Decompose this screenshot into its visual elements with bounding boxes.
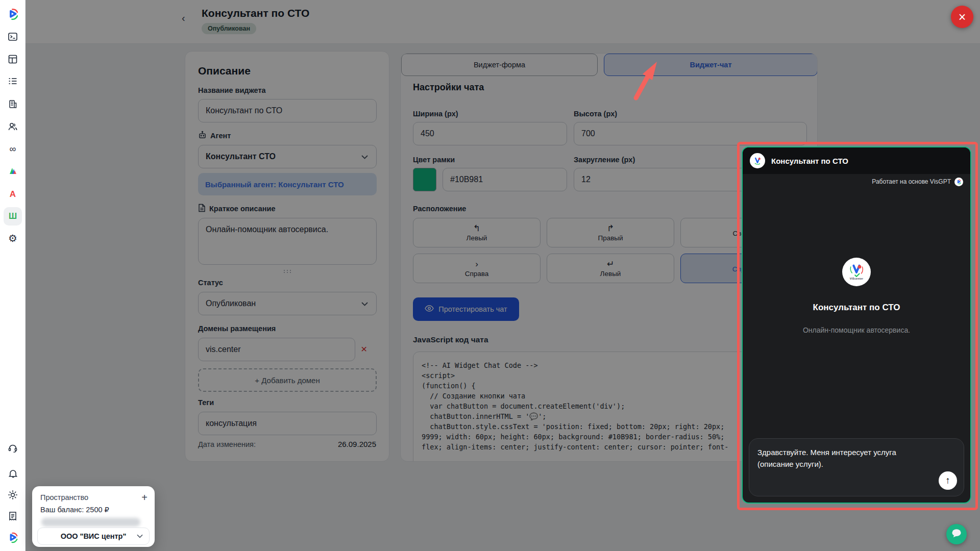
chat-avatar-icon — [750, 153, 765, 168]
chat-input-text: Здравствуйте. Меня интересует услуга (оп… — [757, 446, 926, 470]
headset-icon — [8, 443, 18, 453]
bell-icon — [8, 468, 18, 479]
sidebar-item-company[interactable] — [4, 95, 22, 113]
visgpt-logo-icon — [6, 8, 19, 21]
terminal-icon — [8, 32, 18, 42]
sidebar-item-knowledge[interactable] — [4, 162, 22, 181]
table-layout-icon — [8, 54, 18, 64]
send-button[interactable]: ↑ — [939, 471, 957, 490]
layers-book-icon — [7, 166, 18, 177]
sidebar-item-users[interactable] — [4, 117, 22, 136]
chat-widget-bubble[interactable] — [946, 524, 967, 544]
organization-name: ООО "ВИС центр" — [61, 532, 127, 540]
sidebar-item-billing[interactable] — [4, 507, 22, 525]
sun-icon — [8, 490, 18, 500]
chat-preview-panel: Консультант по СТО Работает на основе Vi… — [742, 146, 971, 504]
sidebar-item-notifications[interactable] — [4, 464, 22, 483]
sidebar-item-theme[interactable] — [4, 486, 22, 504]
visgpt-logo-small-icon — [7, 532, 19, 544]
close-button[interactable]: × — [951, 6, 973, 28]
sidebar-item-support[interactable] — [4, 439, 22, 457]
infinity-icon: ∞ — [10, 144, 16, 154]
chat-preview-header: Консультант по СТО — [743, 147, 970, 174]
sidebar-item-brand[interactable] — [4, 529, 22, 547]
sidebar: ∞ A Ш ⚙ — [0, 0, 26, 551]
receipt-icon — [8, 511, 17, 521]
visgpt-mini-logo-icon — [954, 178, 963, 186]
workspace-popup: Пространство + Ваш баланс: 2500 ₽ ООО "В… — [32, 486, 155, 547]
building-icon — [8, 99, 18, 109]
chat-bot-avatar-icon: VIScenter — [842, 258, 871, 286]
annotation-arrow — [629, 59, 662, 101]
blurred-account-email — [41, 518, 140, 527]
list-icon — [8, 76, 18, 86]
chevron-down-icon — [137, 534, 143, 538]
chat-body-title: Консультант по СТО — [813, 303, 900, 313]
sidebar-item-assistants[interactable]: A — [4, 185, 22, 203]
chat-preview-title: Консультант по СТО — [771, 157, 848, 165]
sidebar-item-settings[interactable]: ⚙ — [4, 229, 22, 247]
chat-body-subtitle: Онлайн-помощник автосервиса. — [803, 326, 910, 334]
powered-by-text: Работает на основе VisGPT — [872, 178, 951, 185]
users-icon — [8, 121, 18, 132]
chat-avatar-caption: VIScenter — [850, 277, 864, 280]
sidebar-item-dashboard[interactable] — [4, 50, 22, 68]
letter-sh-icon: Ш — [9, 212, 17, 220]
organization-select[interactable]: ООО "ВИС центр" — [37, 528, 150, 545]
speech-bubble-icon — [951, 529, 962, 540]
gear-icon: ⚙ — [8, 233, 17, 243]
arrow-up-icon: ↑ — [945, 475, 950, 486]
sidebar-item-tasks[interactable] — [4, 72, 22, 90]
close-icon: × — [959, 10, 966, 24]
add-workspace-button[interactable]: + — [141, 492, 148, 503]
balance-text: Ваш баланс: 2500 ₽ — [40, 506, 109, 514]
chat-preview-body: VIScenter Консультант по СТО Онлайн-помо… — [743, 189, 970, 438]
letter-a-icon: A — [10, 190, 16, 198]
page: ‹ Консультант по СТО Опубликован Описани… — [0, 0, 980, 551]
sidebar-item-home[interactable] — [4, 5, 22, 23]
sidebar-item-integrations[interactable]: ∞ — [4, 140, 22, 158]
workspace-title: Пространство — [40, 493, 88, 502]
chat-message-input[interactable]: Здравствуйте. Меня интересует услуга (оп… — [749, 438, 964, 496]
sidebar-item-widgets-active[interactable]: Ш — [4, 207, 22, 226]
powered-by-row: Работает на основе VisGPT — [743, 174, 970, 189]
sidebar-item-console[interactable] — [4, 28, 22, 46]
